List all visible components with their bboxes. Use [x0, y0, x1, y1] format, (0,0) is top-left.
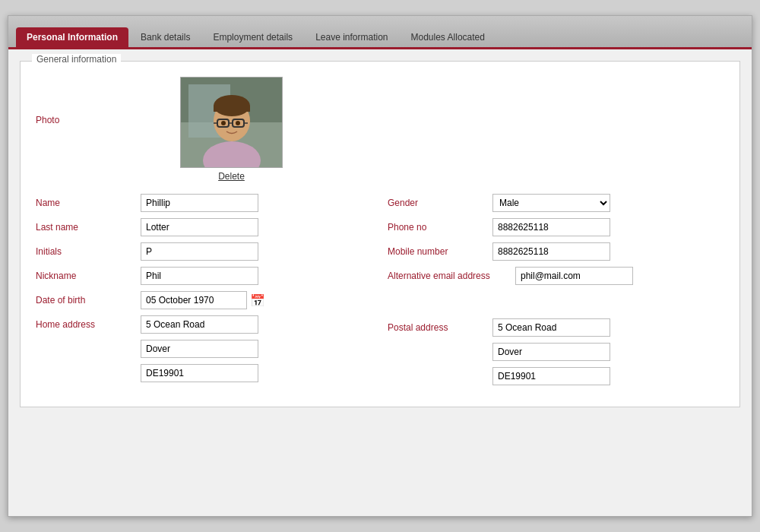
nickname-input[interactable] [141, 267, 258, 285]
phone-label: Phone no [388, 222, 486, 233]
dob-date-row: 📅 [141, 291, 265, 309]
postal-address2-input[interactable] [492, 343, 610, 361]
mobile-row: Mobile number [388, 242, 724, 261]
mobile-label: Mobile number [388, 246, 486, 257]
left-column: Name Last name Initials Ni [36, 194, 372, 391]
initials-input[interactable] [141, 242, 258, 261]
home-address2-row [36, 340, 372, 358]
general-info-section: General information Photo [20, 61, 740, 407]
postal-address3-input[interactable] [492, 367, 610, 385]
name-label: Name [36, 198, 135, 208]
phone-row: Phone no [388, 218, 724, 236]
postal-address-input[interactable] [492, 318, 610, 337]
name-row: Name [36, 194, 372, 212]
main-content: General information Photo [8, 49, 752, 516]
tab-bar: Personal InformationBank detailsEmployme… [8, 16, 752, 49]
home-address2-input[interactable] [141, 340, 258, 358]
dob-input[interactable] [141, 291, 247, 309]
lastname-label: Last name [36, 222, 135, 233]
tab-personal[interactable]: Personal Information [16, 27, 128, 47]
tab-employment[interactable]: Employment details [202, 27, 303, 47]
photo-container: Delete [180, 77, 283, 182]
alt-email-input[interactable] [515, 267, 633, 285]
phone-input[interactable] [492, 218, 610, 236]
tab-leave[interactable]: Leave information [305, 27, 398, 47]
section-title: General information [32, 54, 121, 65]
home-address-label: Home address [36, 319, 135, 330]
app-window: Personal InformationBank detailsEmployme… [8, 15, 752, 517]
gender-select[interactable]: Male Female Other [492, 194, 610, 212]
postal-address3-row [388, 367, 724, 385]
nickname-row: Nickname [36, 267, 372, 285]
gender-label: Gender [388, 198, 486, 208]
lastname-row: Last name [36, 218, 372, 236]
home-address3-input[interactable] [141, 364, 258, 382]
lastname-input[interactable] [141, 218, 258, 236]
photo-frame [180, 77, 283, 168]
svg-point-13 [221, 121, 226, 125]
calendar-icon[interactable]: 📅 [250, 293, 265, 308]
name-input[interactable] [141, 194, 258, 212]
alt-email-label: Alternative email address [388, 271, 509, 281]
svg-rect-7 [214, 106, 250, 112]
initials-label: Initials [36, 246, 135, 257]
gender-row: Gender Male Female Other [388, 194, 724, 212]
photo-label: Photo [36, 77, 180, 125]
photo-row: Photo [36, 77, 724, 182]
mobile-input[interactable] [492, 242, 610, 261]
nickname-label: Nickname [36, 271, 135, 281]
form-columns: Name Last name Initials Ni [36, 194, 724, 391]
alt-email-row: Alternative email address [388, 267, 724, 285]
postal-address-label: Postal address [388, 322, 486, 333]
photo-image [181, 77, 282, 168]
svg-point-14 [236, 121, 240, 125]
postal-address-row: Postal address [388, 318, 724, 337]
dob-row: Date of birth 📅 [36, 291, 372, 309]
spacer-row [388, 291, 724, 312]
tab-modules[interactable]: Modules Allocated [401, 27, 496, 47]
tab-bank[interactable]: Bank details [130, 27, 201, 47]
initials-row: Initials [36, 242, 372, 261]
postal-address2-row [388, 343, 724, 361]
dob-label: Date of birth [36, 295, 135, 306]
home-address-input[interactable] [141, 315, 258, 334]
right-column: Gender Male Female Other Phone no [388, 194, 724, 391]
delete-photo-link[interactable]: Delete [218, 171, 245, 182]
home-address-row: Home address [36, 315, 372, 334]
home-address3-row [36, 364, 372, 382]
